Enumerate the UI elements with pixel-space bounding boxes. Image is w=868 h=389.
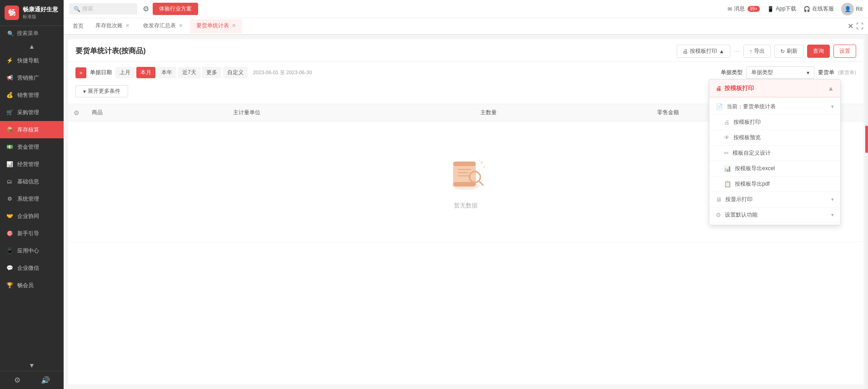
scroll-up-button[interactable]: ▲ [29,43,35,50]
svg-rect-6 [458,175,470,177]
tab-batch-account[interactable]: 库存批次账 ✕ [89,19,136,33]
wechat-icon: 💬 [5,264,14,272]
date-pill-current-month[interactable]: 本月 [136,67,155,78]
svg-point-11 [479,160,480,161]
purchase-icon: 🛒 [5,108,14,116]
sidebar-bottom: ⚙ 🔊 [0,371,64,389]
export-btn[interactable]: ↑ 导出 [743,45,771,58]
page-title: 要货单统计表(按商品) [75,46,146,56]
sidebar-item-enterprise[interactable]: 🤝 企业协同 [0,207,64,225]
refresh-btn[interactable]: ↻ 刷新 [774,45,803,58]
system-icon: ⚙ [5,195,14,203]
username: Rit [856,6,863,12]
sidebar-item-inventory[interactable]: 📦 库存核算 [0,121,64,138]
print-dropdown-title: 🖨 按模板打印 [716,84,754,92]
print-dropdown-header: 🖨 按模板打印 ▲ [709,80,840,97]
sidebar-item-quick-nav[interactable]: ⚡ 快捷导航 [0,52,64,69]
top-search-placeholder: 搜索 [82,5,93,13]
tab-order-stats[interactable]: 要货单统计表 ✕ [190,19,242,33]
avatar: 👤 [841,3,854,15]
order-type-select[interactable]: 单据类型 ▾ [746,66,814,79]
current-template-left: 📄 当前：要货单统计表 [716,103,776,111]
sidebar-item-operation[interactable]: 📊 经营管理 [0,156,64,173]
settings-bottom-icon[interactable]: ⚙ [14,376,20,384]
sales-icon: 💰 [5,91,14,99]
operation-icon: 📊 [5,160,14,168]
default-func-chevron: ▾ [831,212,834,218]
display-print-icon: 🖥 [716,196,722,203]
sidebar-item-sales[interactable]: 💰 销售管理 [0,86,64,104]
user-profile[interactable]: 👤 Rit [841,3,863,15]
dropdown-template-custom[interactable]: ✏ 模板自定义设计 [709,146,840,161]
topbar-gear-icon[interactable]: ⚙ [143,5,149,13]
print-dropdown-close-btn[interactable]: ▲ [828,85,834,92]
date-pill-custom[interactable]: 自定义 [223,67,248,78]
col-quantity: 主数量 [475,104,652,121]
tab-receipt-summary-close[interactable]: ✕ [179,23,183,29]
top-bar-right: ✉ 消息 99+ 📱 App下载 🎧 在线客服 👤 Rit [728,3,863,15]
settings-btn[interactable]: 设置 [833,45,856,58]
svg-point-10 [484,167,485,168]
sound-bottom-icon[interactable]: 🔊 [41,376,50,384]
page-header-actions: 🖨 按模板打印 ▲ ⋯ ↑ 导出 ↻ 刷新 查询 [677,45,856,58]
sidebar-item-newbie[interactable]: 🎯 新手引导 [0,225,64,242]
current-template-section[interactable]: 📄 当前：要货单统计表 ▾ [709,99,840,115]
sidebar-search[interactable]: 🔍 搜索菜单 [0,26,64,41]
display-print-section[interactable]: 🖥 按显示打印 ▾ [709,192,840,207]
filter-toggle-btn[interactable]: » [75,67,86,78]
enterprise-icon: 🤝 [5,212,14,220]
sidebar-item-basic[interactable]: 🗂 基础信息 [0,173,64,190]
app-download-item[interactable]: 📱 App下载 [767,5,796,13]
sidebar-item-marketing[interactable]: 📢 营销推广 [0,69,64,86]
tab-home[interactable]: 首页 [68,20,88,33]
finance-icon: 💵 [5,143,14,151]
sidebar-scroll-down[interactable]: ▼ [0,360,64,371]
dropdown-template-preview[interactable]: 👁 按模板预览 [709,130,840,146]
tab-bar-close-icon[interactable]: ✕ [848,22,853,30]
date-pill-last-7-days[interactable]: 近7天 [178,67,200,78]
tab-bar-expand-icon[interactable]: ⛶ [856,22,863,30]
sidebar-item-appstore[interactable]: 📱 应用中心 [0,242,64,259]
chevron-down-icon: ▾ [807,70,809,76]
template-custom-icon: ✏ [724,150,729,157]
tab-batch-account-close[interactable]: ✕ [125,23,130,29]
sidebar-item-member[interactable]: 🏆 畅会员 [0,277,64,294]
message-badge: 99+ [748,6,760,12]
default-func-section[interactable]: ⚙ 设置默认功能 ▾ [709,207,840,223]
search-icon: 🔍 [7,30,14,37]
date-filter-label: 单据日期 [90,69,112,76]
top-bar-left: 🔍 搜索 ⚙ 体验行业方案 [69,3,198,15]
experience-btn[interactable]: 体验行业方案 [153,3,198,15]
dropdown-template-print[interactable]: 🖨 按模板打印 [709,115,840,130]
table-settings-icon[interactable]: ⚙ [74,109,80,116]
scrollbar-thumb[interactable] [865,126,868,153]
date-pill-more[interactable]: 更多 [202,67,221,78]
message-label: 消息 [734,5,745,13]
basic-icon: 🗂 [5,177,14,186]
template-preview-icon: 👁 [724,134,730,141]
scroll-down-button[interactable]: ▼ [29,362,35,369]
search-label: 搜索菜单 [17,30,39,37]
message-item[interactable]: ✉ 消息 99+ [728,5,760,13]
tab-order-stats-close[interactable]: ✕ [232,23,236,29]
sidebar-item-purchase[interactable]: 🛒 采购管理 [0,104,64,121]
svg-rect-2 [453,162,476,166]
sidebar-item-system[interactable]: ⚙ 系统管理 [0,190,64,207]
sidebar-item-finance[interactable]: 💵 资金管理 [0,138,64,156]
online-service-icon: 🎧 [803,6,810,12]
dropdown-template-excel[interactable]: 📊 按模板导出excel [709,161,840,177]
filter-row-date: » 单据日期 上月 本月 本年 近7天 更多 自定义 2023-06-01 至 … [75,66,856,79]
sidebar-scroll-up[interactable]: ▲ [0,41,64,52]
template-pdf-icon: 📋 [724,181,731,187]
top-search-box[interactable]: 🔍 搜索 [69,3,137,15]
dropdown-template-pdf[interactable]: 📋 按模板导出pdf [709,177,840,192]
date-pill-current-year[interactable]: 本年 [157,67,176,78]
tab-receipt-summary[interactable]: 收发存汇总表 ✕ [137,19,189,33]
sidebar-logo: 畅 畅康通好生意 标准版 [0,0,64,26]
date-pill-prev-month[interactable]: 上月 [115,67,135,78]
sidebar-item-wechat[interactable]: 💬 企业微信 [0,259,64,277]
query-btn[interactable]: 查询 [807,45,830,58]
expand-more-btn[interactable]: ▾ 展开更多条件 [75,85,128,97]
print-template-btn[interactable]: 🖨 按模板打印 ▲ [677,45,730,58]
online-service-item[interactable]: 🎧 在线客服 [803,5,834,13]
